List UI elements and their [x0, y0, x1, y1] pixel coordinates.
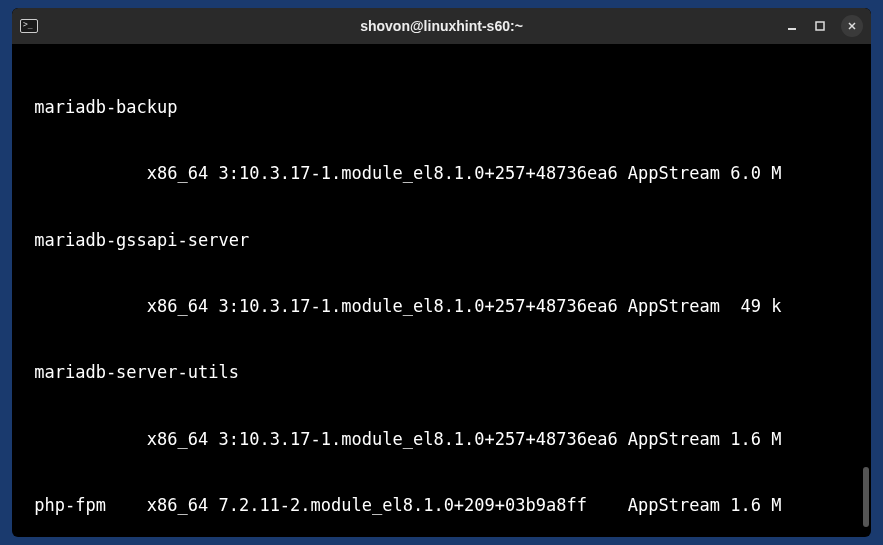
scrollbar-thumb[interactable]	[863, 467, 869, 527]
minimize-icon	[786, 20, 798, 32]
terminal-window: shovon@linuxhint-s60:~ mariadb-backup	[12, 8, 871, 537]
maximize-icon	[814, 20, 826, 32]
window-title: shovon@linuxhint-s60:~	[120, 18, 763, 34]
terminal-output[interactable]: mariadb-backup x86_64 3:10.3.17-1.module…	[12, 44, 871, 537]
output-line: x86_64 3:10.3.17-1.module_el8.1.0+257+48…	[24, 162, 859, 184]
titlebar-left	[20, 19, 120, 33]
output-line: mariadb-backup	[24, 96, 859, 118]
output-line: x86_64 3:10.3.17-1.module_el8.1.0+257+48…	[24, 428, 859, 450]
window-controls	[763, 15, 863, 37]
close-icon	[846, 20, 858, 32]
output-line: php-fpm x86_64 7.2.11-2.module_el8.1.0+2…	[24, 494, 859, 516]
titlebar: shovon@linuxhint-s60:~	[12, 8, 871, 44]
close-button[interactable]	[841, 15, 863, 37]
svg-rect-1	[816, 22, 824, 30]
minimize-button[interactable]	[785, 19, 799, 33]
output-line: mariadb-gssapi-server	[24, 229, 859, 251]
terminal-icon	[20, 19, 38, 33]
output-line: mariadb-server-utils	[24, 361, 859, 383]
maximize-button[interactable]	[813, 19, 827, 33]
output-line: x86_64 3:10.3.17-1.module_el8.1.0+257+48…	[24, 295, 859, 317]
